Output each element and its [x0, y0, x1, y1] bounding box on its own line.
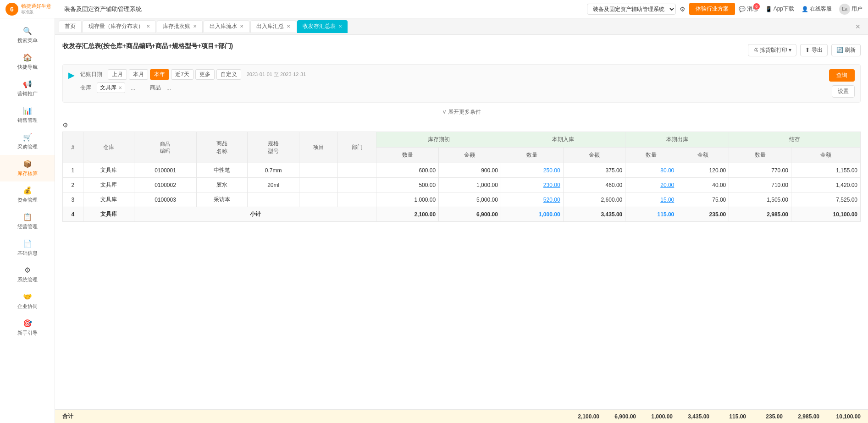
tab-recv-send[interactable]: 收发存汇总表 ✕: [297, 20, 348, 33]
date-filter-label: 记账日期: [80, 71, 102, 78]
query-button[interactable]: 查询: [829, 69, 855, 82]
row3-balance-amt: 7,525.00: [791, 192, 860, 207]
print-dropdown-icon: ▾: [789, 47, 791, 53]
date-buttons: 上月 本月 本年 近7天 更多 自定义: [108, 69, 241, 80]
row1-opening-qty: 600.00: [376, 163, 439, 178]
row3-out-qty-link[interactable]: 15.00: [660, 197, 674, 203]
export-button[interactable]: ⬆ 导出: [800, 44, 827, 56]
row3-in-qty-link[interactable]: 520.00: [543, 197, 560, 203]
col-out-amt: 金额: [677, 148, 729, 163]
sidebar-item-purchase[interactable]: 🛒 采购管理: [0, 128, 55, 155]
table-gear-icon[interactable]: ⚙: [62, 121, 68, 129]
subtotal-in-qty-link[interactable]: 1,000.00: [539, 211, 560, 218]
date-btn-7days[interactable]: 近7天: [171, 69, 194, 80]
filter-expand-arrow[interactable]: ▶: [68, 69, 75, 80]
tab-bar: 首页 现存量（库存分布表） ✕ 库存批次账 ✕ 出入库流水 ✕ 出入库汇总 ✕ …: [55, 18, 868, 35]
subtotal-out-qty-link[interactable]: 115.00: [658, 211, 674, 218]
tab-flow-close[interactable]: ✕: [240, 24, 243, 29]
filter-section: 记账日期 上月 本月 本年 近7天 更多 自定义 2023-01-01 至 20…: [80, 69, 306, 93]
print-button[interactable]: 🖨 拣货版打印 ▾: [748, 44, 797, 56]
warehouse-tag-close[interactable]: ✕: [118, 85, 122, 90]
tab-stock-dist[interactable]: 现存量（库存分布表） ✕: [83, 20, 156, 33]
app-download-button[interactable]: 📱 App下载: [765, 5, 794, 13]
refresh-button[interactable]: 🔄 刷新: [831, 44, 861, 56]
sidebar-item-search[interactable]: 🔍 搜索菜单: [0, 22, 55, 49]
goods-more[interactable]: ...: [166, 85, 171, 91]
row3-balance-qty: 1,505.00: [729, 192, 791, 207]
expand-more-section: ∨ 展开更多条件: [62, 108, 861, 116]
row1-in-qty[interactable]: 250.00: [501, 163, 563, 178]
settings-gear-icon[interactable]: ⚙: [680, 5, 686, 13]
top-right-area: 💬 消息 6 📱 App下载 👤 在线客服 Ea 用户: [739, 4, 862, 15]
sidebar-item-sales[interactable]: 📊 销售管理: [0, 102, 55, 128]
subtotal-opening-qty: 2,100.00: [376, 207, 439, 222]
date-btn-last-month[interactable]: 上月: [108, 69, 127, 80]
filter-actions: 查询 设置: [829, 69, 855, 98]
sidebar-item-base-info[interactable]: 📄 基础信息: [0, 235, 55, 261]
row1-in-qty-link[interactable]: 250.00: [543, 167, 560, 174]
total-in-amt: 3,435.00: [673, 413, 709, 420]
col-out-qty: 数量: [625, 148, 677, 163]
sidebar-item-inventory[interactable]: 📦 库存核算: [0, 155, 55, 181]
date-btn-this-month[interactable]: 本月: [129, 69, 148, 80]
tab-bar-close-all[interactable]: ✕: [851, 23, 864, 30]
warehouse-more[interactable]: ...: [131, 85, 135, 91]
subtotal-out-qty[interactable]: 115.00: [625, 207, 677, 222]
filter-settings-button[interactable]: 设置: [832, 85, 855, 98]
tab-stock-dist-close[interactable]: ✕: [146, 24, 150, 29]
app-download-icon: 📱: [765, 6, 772, 12]
sidebar-item-label: 搜索菜单: [17, 37, 38, 44]
col-balance-amt: 金额: [791, 148, 860, 163]
row2-in-qty-link[interactable]: 230.00: [543, 182, 560, 188]
total-label: 合计: [62, 412, 145, 420]
row2-out-qty-link[interactable]: 20.00: [660, 182, 674, 188]
row2-out-qty[interactable]: 20.00: [625, 178, 677, 192]
message-button[interactable]: 💬 消息 6: [739, 5, 758, 13]
sidebar-item-enterprise[interactable]: 🤝 企业协同: [0, 288, 55, 314]
refresh-label: 刷新: [845, 47, 856, 53]
tab-recv-send-close[interactable]: ✕: [338, 24, 342, 29]
col-project: 项目: [299, 132, 338, 163]
row3-out-qty[interactable]: 15.00: [625, 192, 677, 207]
row1-out-qty-link[interactable]: 80.00: [660, 167, 674, 174]
row1-out-qty[interactable]: 80.00: [625, 163, 677, 178]
warehouse-filter-label: 仓库: [80, 84, 91, 92]
sidebar-item-operations[interactable]: 📋 经营管理: [0, 208, 55, 235]
row2-name: 胶水: [196, 178, 247, 192]
sidebar-item-label: 库存核算: [17, 170, 38, 177]
tab-batch[interactable]: 库存批次账 ✕: [157, 20, 203, 33]
tab-home[interactable]: 首页: [59, 20, 82, 33]
sidebar-item-system[interactable]: ⚙ 系统管理: [0, 261, 55, 288]
module-dropdown[interactable]: 装备及固定资产辅助管理系统: [587, 4, 676, 15]
row2-in-qty[interactable]: 230.00: [501, 178, 563, 192]
user-button[interactable]: Ea 用户: [839, 4, 862, 15]
col-dept: 部门: [338, 132, 376, 163]
date-btn-more[interactable]: 更多: [195, 69, 215, 80]
tab-inout-summary[interactable]: 出入库汇总 ✕: [250, 20, 296, 33]
col-group-in: 本期入库: [501, 132, 625, 148]
sidebar-item-quick-nav[interactable]: 🏠 快捷导航: [0, 49, 55, 75]
tab-batch-close[interactable]: ✕: [193, 24, 197, 29]
subtotal-in-qty[interactable]: 1,000.00: [501, 207, 563, 222]
experience-button[interactable]: 体验行业方案: [689, 3, 735, 15]
date-btn-custom[interactable]: 自定义: [216, 69, 241, 80]
date-btn-this-year[interactable]: 本年: [150, 69, 169, 80]
tab-flow[interactable]: 出入库流水 ✕: [204, 20, 249, 33]
col-warehouse: 仓库: [83, 132, 134, 163]
online-service-button[interactable]: 👤 在线客服: [802, 5, 832, 13]
row2-balance-amt: 1,420.00: [791, 178, 860, 192]
sidebar-item-finance[interactable]: 💰 资金管理: [0, 181, 55, 208]
tab-inout-summary-close[interactable]: ✕: [287, 24, 290, 29]
total-out-amt: 235.00: [746, 413, 783, 420]
tab-recv-send-label: 收发存汇总表: [303, 22, 336, 30]
expand-more-button[interactable]: ∨ 展开更多条件: [442, 108, 481, 116]
subtotal-balance-qty: 2,985.00: [729, 207, 791, 222]
sidebar-item-marketing[interactable]: 📢 营销推广: [0, 75, 55, 102]
warehouse-tag-name: 文具库: [100, 84, 116, 92]
logo-area: 6 畅捷通好生意 标准版: [6, 3, 61, 16]
row3-in-qty[interactable]: 520.00: [501, 192, 563, 207]
total-balance-qty: 2,985.00: [783, 413, 819, 420]
warehouse-tag[interactable]: 文具库 ✕: [97, 82, 125, 93]
sidebar-item-newbie[interactable]: 🎯 新手引导: [0, 314, 55, 341]
table-row: 1 文具库 0100001 中性笔 0.7mm 600.00 900.00 25…: [63, 163, 861, 178]
